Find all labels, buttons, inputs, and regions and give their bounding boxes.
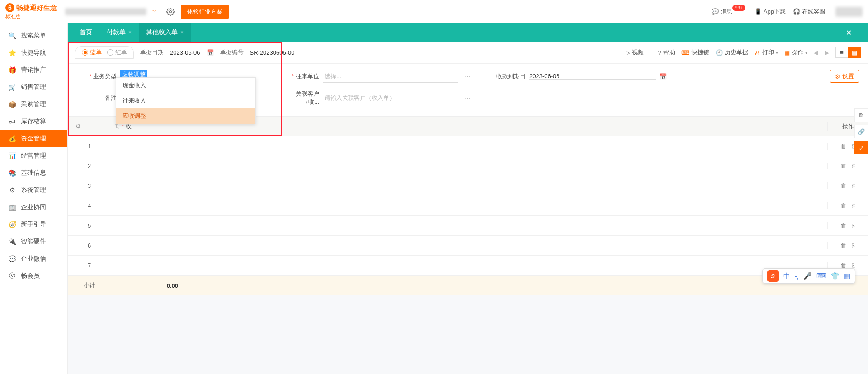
sidebar-item-13[interactable]: 💬企业微信 (0, 250, 67, 267)
right-rail: 🗎 🔗 ⤢ (854, 108, 868, 154)
rail-tool-2[interactable]: 🔗 (854, 125, 868, 138)
table-row[interactable]: 5🗑⎘ (68, 216, 868, 236)
rel-customer-input[interactable] (323, 92, 458, 104)
row-copy-icon[interactable]: ⎘ (852, 242, 855, 249)
red-doc-radio[interactable]: 红单 (107, 48, 127, 56)
brand-edition: 标准版 (5, 13, 20, 20)
biz-type-option-0[interactable]: 现金收入 (116, 78, 255, 93)
table-row[interactable]: 1🗑⎘ (68, 136, 868, 156)
row-delete-icon[interactable]: 🗑 (840, 242, 846, 249)
row-delete-icon[interactable]: 🗑 (840, 222, 846, 229)
calendar-icon[interactable]: 📅 (207, 49, 214, 56)
row-copy-icon[interactable]: ⎘ (852, 182, 855, 189)
sidebar-item-2[interactable]: 🎁营销推广 (0, 61, 67, 79)
help-link[interactable]: ?帮助 (658, 48, 675, 56)
table-row[interactable]: 3🗑⎘ (68, 176, 868, 196)
sidebar-item-14[interactable]: Ⓥ畅会员 (0, 267, 67, 285)
row-delete-icon[interactable]: 🗑 (840, 262, 846, 269)
sidebar-item-5[interactable]: 🏷库存核算 (0, 113, 67, 130)
table-row[interactable]: 2🗑⎘ (68, 156, 868, 176)
sidebar-icon: 🔍 (8, 32, 16, 39)
tab-close-icon[interactable]: × (180, 29, 184, 36)
sidebar-icon: 🏷 (8, 118, 16, 125)
tab-close-icon[interactable]: × (128, 29, 132, 36)
row-copy-icon[interactable]: ⎘ (852, 222, 855, 229)
sidebar-item-6[interactable]: 💰资金管理 (0, 130, 67, 147)
table-settings-icon[interactable]: ⚙ (68, 123, 89, 130)
trial-button[interactable]: 体验行业方案 (181, 5, 229, 19)
row-copy-icon[interactable]: ⎘ (852, 202, 855, 209)
row-delete-icon[interactable]: 🗑 (840, 202, 846, 209)
gear-icon[interactable] (166, 8, 175, 16)
app-download-label: App下载 (764, 8, 786, 16)
table-row[interactable]: 7🗑⎘ (68, 256, 868, 276)
help-label: 帮助 (663, 48, 675, 56)
messages-link[interactable]: 💬 消息 99+ (712, 8, 747, 16)
tab-0[interactable]: 首页 (72, 23, 99, 42)
user-avatar-blurred[interactable] (835, 7, 863, 17)
tab-expand-icon[interactable]: ⛶ (856, 28, 863, 37)
print-link[interactable]: 🖨打印▾ (755, 48, 778, 56)
view-toggle: ≡ ▤ (835, 47, 861, 58)
subtotal-label: 小计 (68, 281, 111, 290)
sidebar-item-8[interactable]: 📚基础信息 (0, 164, 67, 182)
shortcut-link[interactable]: ⌨快捷键 (681, 48, 709, 56)
tab-close-all-icon[interactable]: ✕ (846, 28, 852, 37)
ime-menu-icon[interactable]: ▦ (844, 272, 850, 280)
sidebar-item-10[interactable]: 🏢企业协同 (0, 199, 67, 216)
calendar-icon[interactable]: 📅 (660, 73, 667, 80)
due-date-value[interactable]: 2023-06-06 (529, 73, 656, 80)
video-link[interactable]: ▷视频 (626, 48, 644, 56)
sidebar-item-11[interactable]: 🧭新手引导 (0, 216, 67, 233)
row-delete-icon[interactable]: 🗑 (840, 143, 846, 150)
sidebar-item-label: 资金管理 (21, 135, 46, 143)
sidebar-item-label: 采购管理 (21, 100, 46, 108)
operate-link[interactable]: ▦操作▾ (784, 48, 807, 56)
sidebar-item-4[interactable]: 📦采购管理 (0, 96, 67, 113)
brand-logo: 6 (5, 3, 14, 12)
sidebar-item-0[interactable]: 🔍搜索菜单 (0, 27, 67, 44)
rail-tool-1[interactable]: 🗎 (854, 108, 868, 122)
party-more-icon[interactable]: ⋯ (462, 73, 473, 80)
row-copy-icon[interactable]: ⎘ (852, 163, 855, 169)
row-delete-icon[interactable]: 🗑 (840, 163, 846, 169)
row-copy-icon[interactable]: ⎘ (852, 262, 855, 269)
blue-doc-radio[interactable]: 蓝单 (82, 48, 102, 56)
ime-lang[interactable]: 中 (783, 272, 790, 280)
row-delete-icon[interactable]: 🗑 (840, 182, 846, 189)
ime-keyboard-icon[interactable]: ⌨ (816, 272, 826, 280)
table-row[interactable]: 4🗑⎘ (68, 196, 868, 216)
view-list-button[interactable]: ≡ (835, 47, 848, 58)
party-input[interactable] (323, 70, 458, 83)
tab-2[interactable]: 其他收入单× (139, 23, 191, 42)
history-link[interactable]: 🕘历史单据 (716, 48, 748, 56)
row-number: 1 (68, 143, 111, 150)
blue-doc-label: 蓝单 (90, 48, 102, 56)
rail-tool-3[interactable]: ⤢ (854, 141, 868, 154)
next-doc-icon[interactable]: ▶ (825, 49, 829, 56)
subtotal-value: 0.00 (111, 282, 184, 289)
company-chevron-icon[interactable]: ﹀ (152, 8, 157, 15)
prev-doc-icon[interactable]: ◀ (814, 49, 818, 56)
ime-toolbar[interactable]: S 中 •, 🎤 ⌨ 👕 ▦ (762, 268, 855, 284)
view-card-button[interactable]: ▤ (848, 47, 861, 58)
tab-1[interactable]: 付款单× (99, 23, 139, 42)
sidebar-item-7[interactable]: 📊经营管理 (0, 147, 67, 164)
sidebar-item-1[interactable]: ⭐快捷导航 (0, 44, 67, 61)
biz-type-option-2[interactable]: 应收调整 (116, 108, 255, 124)
table-row[interactable]: 6🗑⎘ (68, 236, 868, 256)
doc-type-radio-group: 蓝单 红单 (75, 46, 134, 59)
biz-type-option-1[interactable]: 往来收入 (116, 93, 255, 108)
history-icon: 🕘 (716, 49, 723, 56)
sidebar-item-3[interactable]: 🛒销售管理 (0, 79, 67, 96)
ime-punct-icon[interactable]: •, (795, 272, 799, 280)
online-service-link[interactable]: 🎧 在线客服 (793, 8, 826, 16)
settings-button[interactable]: ⚙设置 (830, 70, 859, 83)
sidebar-item-12[interactable]: 🔌智能硬件 (0, 233, 67, 250)
ime-skin-icon[interactable]: 👕 (831, 272, 840, 280)
app-download-link[interactable]: 📱 App下载 (755, 8, 786, 16)
sidebar-item-9[interactable]: ⚙系统管理 (0, 182, 67, 199)
rel-customer-more-icon[interactable]: ⋯ (462, 95, 473, 102)
doc-date-value[interactable]: 2023-06-06 (170, 49, 200, 56)
ime-mic-icon[interactable]: 🎤 (803, 272, 812, 280)
